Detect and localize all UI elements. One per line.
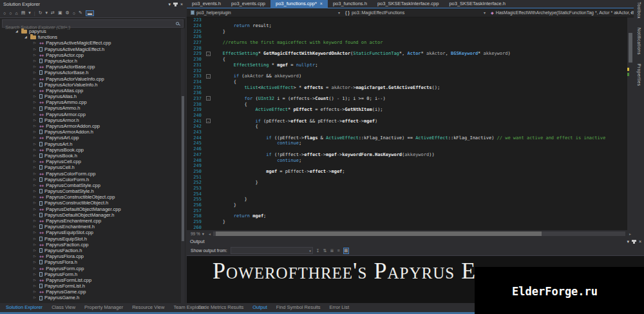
right-tab-properties[interactable]: Properties [637,64,641,86]
collapsed-arrow-icon[interactable]: ▷ [33,188,37,194]
window-menu-icon[interactable]: ▾ [168,0,171,8]
code-line-235[interactable]: 235 tList<ActiveEffect> * effects = akAc… [187,84,627,90]
collapsed-arrow-icon[interactable]: ▷ [33,105,37,111]
tree-file-papyrusart-h[interactable]: ▷PapyrusArt.h [0,141,181,147]
breadcrumb-project[interactable]: po3_helperplugin ▾ [187,8,341,17]
tree-file-papyrusammo-h[interactable]: ▷PapyrusAmmo.h [0,105,181,111]
expanded-arrow-icon[interactable]: ◢ [24,34,28,40]
code-line-257[interactable]: 257 [187,208,627,213]
close-icon[interactable]: × [180,0,183,8]
collapsed-arrow-icon[interactable]: ▷ [33,40,37,46]
close-icon[interactable]: × [639,237,641,246]
code-line-242[interactable]: 242 { [187,124,627,130]
refresh-icon[interactable]: ○ [73,11,75,15]
code-line-248[interactable]: 248 continue; [187,157,627,163]
collapsed-arrow-icon[interactable]: ▷ [33,141,37,147]
code-line-260[interactable]: 260 [187,224,627,230]
tree-file-papyrusalias-cpp[interactable]: ▷++PapyrusAlias.cpp [0,88,181,93]
scroll-right-icon[interactable]: ► [627,232,634,236]
tree-file-papyrusequipslot-cpp[interactable]: ▷++PapyrusEquipSlot.cpp [0,230,181,235]
collapsed-arrow-icon[interactable]: ▷ [33,194,37,200]
code-line-233[interactable]: 233− if (akActor && akkeyword) [187,74,627,79]
editor-tab-po3-events-cpp[interactable]: po3_events.cpp [226,0,270,8]
collapsed-arrow-icon[interactable]: ▷ [33,147,37,153]
right-tab-toolbox[interactable]: Toolbox [637,2,641,19]
collapsed-arrow-icon[interactable]: ▷ [33,200,37,206]
collapsed-arrow-icon[interactable]: ▷ [33,224,37,230]
bottom-tab-resource-view[interactable]: Resource View [128,303,169,312]
tree-file-papyrusactorbase-cpp[interactable]: ▷++PapyrusActorBase.cpp [0,64,181,70]
code-line-254[interactable]: 254 [187,191,627,197]
collapsed-arrow-icon[interactable]: ▷ [33,112,37,117]
tree-file-papyrusart-cpp[interactable]: ▷++PapyrusArt.cpp [0,135,181,141]
code-line-240[interactable]: 240 [187,113,627,119]
collapsed-arrow-icon[interactable]: ▷ [33,99,37,105]
code-line-247[interactable]: 247 if (!pEffect->effect->mgef->keywordF… [187,152,627,158]
collapsed-arrow-icon[interactable]: ▷ [33,153,37,159]
collapsed-arrow-icon[interactable]: ▷ [33,266,37,271]
collapsed-arrow-icon[interactable]: ▷ [33,123,37,129]
code-line-245[interactable]: 245 continue; [187,141,627,146]
bottom-tab-solution-explorer[interactable]: Solution Explorer [1,303,47,312]
collapsed-arrow-icon[interactable]: ▷ [33,277,37,283]
collapsed-arrow-icon[interactable]: ▷ [33,206,37,212]
code-line-226[interactable]: 226 [187,34,627,40]
collapsed-arrow-icon[interactable]: ▷ [33,295,37,300]
tree-file-papyrusconstructibleobject-h[interactable]: ▷PapyrusConstructibleObject.h [0,200,181,206]
collapsed-arrow-icon[interactable]: ▷ [33,230,37,235]
tree-scrollbar-thumb[interactable] [182,96,184,241]
collapsed-arrow-icon[interactable]: ▷ [33,82,37,88]
tree-file-papyrusformlist-h[interactable]: ▷PapyrusFormList.h [0,283,181,289]
tree-file-papyrusflora-h[interactable]: ▷PapyrusFlora.h [0,259,181,265]
pin-icon[interactable] [175,3,176,6]
tree-file-papyrusbook-h[interactable]: ▷PapyrusBook.h [0,153,181,159]
forward-icon[interactable]: ○ [9,11,12,15]
window-menu-icon[interactable]: ▾ [627,237,629,246]
right-tab-notifications[interactable]: Notifications [637,28,641,55]
collapsed-arrow-icon[interactable]: ▷ [33,212,37,218]
collapse-all-icon[interactable]: ⇄ [51,10,55,15]
home-icon[interactable]: ⌂ [15,11,17,15]
preview-selected-items-icon[interactable]: ▬ [86,10,94,16]
tree-node-functions[interactable]: ◢functions [0,34,181,40]
code-line-253[interactable]: 253 [187,186,627,191]
sync-icon[interactable]: ↻ [39,10,43,15]
code-line-250[interactable]: 250 mgef = pEffect->effect->mgef; [187,169,627,175]
code-line-241[interactable]: 241− if (pEffect->effect && pEffect->eff… [187,118,627,124]
folder-dropdown-icon[interactable]: ▾ [28,10,31,15]
collapsed-arrow-icon[interactable]: ▷ [33,171,37,177]
tree-file-papyrusammo-cpp[interactable]: ▷++PapyrusAmmo.cpp [0,99,181,105]
collapsed-arrow-icon[interactable]: ▷ [33,159,37,164]
fold-collapse-icon[interactable]: − [205,74,212,79]
tree-file-papyrusactorvalueinfo-h[interactable]: ▷PapyrusActorValueInfo.h [0,82,181,88]
tree-file-papyrusgame-h[interactable]: ▷PapyrusGame.h [0,295,181,300]
fold-collapse-icon[interactable]: − [205,52,212,56]
editor-tab-po3-events-h[interactable]: po3_events.h [187,0,226,8]
tree-file-papyrusform-cpp[interactable]: ▷++PapyrusForm.cpp [0,266,181,271]
code-line-231[interactable]: 231 EffectSetting * mgef = nullptr; [187,63,627,68]
tree-file-papyrusbook-cpp[interactable]: ▷++PapyrusBook.cpp [0,147,181,153]
tree-file-papyrusarmor-cpp[interactable]: ▷++PapyrusArmor.cpp [0,112,181,117]
find-next-icon[interactable]: ⇅ [323,248,327,253]
tree-file-papyrusconstructibleobject-cpp[interactable]: ▷++PapyrusConstructibleObject.cpp [0,194,181,200]
list-icon[interactable]: ≡ [337,248,339,253]
tree-file-papyrusactor-cpp[interactable]: ▷++PapyrusActor.cpp [0,52,181,58]
code-line-229[interactable]: 229− EffectSetting* GetMagicEffectWithKe… [187,51,627,57]
collapsed-arrow-icon[interactable]: ▷ [33,117,37,123]
collapsed-arrow-icon[interactable]: ▷ [33,93,37,99]
sync-dropdown-icon[interactable]: ▾ [46,10,48,15]
collapsed-arrow-icon[interactable]: ▷ [33,253,37,259]
code-line-234[interactable]: 234 { [187,79,627,85]
bottom-tab-class-view[interactable]: Class View [47,303,80,312]
fold-collapse-icon[interactable]: − [205,96,212,101]
tree-file-papyrusarmor-h[interactable]: ▷PapyrusArmor.h [0,117,181,123]
tree-file-papyruscolorform-cpp[interactable]: ▷++PapyrusColorForm.cpp [0,171,181,177]
collapsed-arrow-icon[interactable]: ▷ [33,70,37,75]
code-line-223[interactable]: 223 [187,17,627,23]
breadcrumb-member[interactable]: ◆ HasMagicEffectWithArchetype(StaticFunc… [487,8,634,17]
collapsed-arrow-icon[interactable]: ▷ [33,177,37,182]
properties-wrench-icon[interactable]: ✎ [79,10,82,15]
fold-collapse-icon[interactable]: − [205,119,212,123]
code-line-243[interactable]: 243 [187,130,627,135]
tree-node-papyrus[interactable]: ◢papyrus [0,28,181,34]
